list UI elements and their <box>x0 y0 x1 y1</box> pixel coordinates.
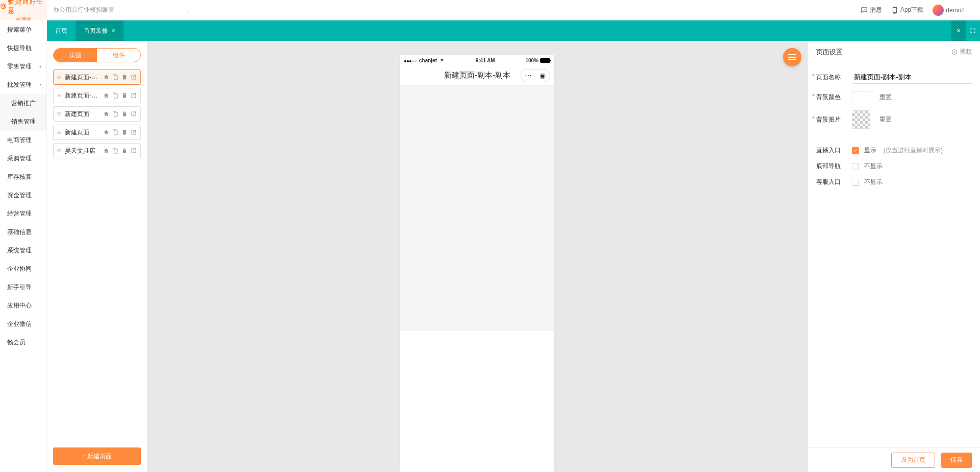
phone-status-bar: chanjet 9:41 AM 100% <box>400 55 554 65</box>
live-entry-checkbox[interactable]: ✓ <box>852 147 859 154</box>
bg-image-picker[interactable] <box>852 110 870 129</box>
settings-panel: 页面设置 视频 页面名称 背景颜色 重置 <box>807 41 980 472</box>
sidebar-item[interactable]: 采购管理 <box>0 149 46 168</box>
bg-color-picker[interactable] <box>852 91 870 103</box>
page-open-icon[interactable] <box>130 74 137 81</box>
tab[interactable]: 首页 <box>47 20 76 41</box>
drag-handle-icon[interactable] <box>57 75 62 80</box>
fullscreen-button[interactable] <box>966 20 980 41</box>
sidebar-subitem[interactable]: 销售管理 <box>0 112 46 131</box>
phone-body[interactable] <box>400 86 554 331</box>
page-open-icon[interactable] <box>130 147 137 154</box>
page-home-icon[interactable] <box>103 92 110 99</box>
page-item-name: 新建页面 <box>65 128 100 137</box>
phone-icon <box>891 7 898 14</box>
canvas: chanjet 9:41 AM 100% 新建页面-副本-副本 <box>147 41 807 472</box>
sidebar-item[interactable]: 库存核算 <box>0 168 46 186</box>
page-copy-icon[interactable] <box>112 110 119 117</box>
page-delete-icon[interactable] <box>121 110 128 117</box>
chevron-icon: ▴ <box>39 83 41 87</box>
sidebar-item[interactable]: 经营管理 <box>0 204 46 223</box>
message-icon <box>861 7 868 14</box>
sidebar-item[interactable]: 快捷导航 <box>0 39 46 57</box>
set-home-button[interactable]: 设为首页 <box>891 453 935 468</box>
sidebar-item[interactable]: 新手引导 <box>0 278 46 296</box>
page-item[interactable]: 昊天文具店 <box>53 143 141 158</box>
play-icon <box>951 49 958 55</box>
new-page-button[interactable]: + 新建页面 <box>53 447 141 465</box>
page-copy-icon[interactable] <box>112 147 119 154</box>
sidebar-item[interactable]: 系统管理 <box>0 241 46 259</box>
chevron-down-icon: ⌄ <box>186 7 190 13</box>
page-home-icon[interactable] <box>103 129 110 136</box>
message-button[interactable]: 消息 <box>861 6 882 14</box>
page-copy-icon[interactable] <box>112 129 119 136</box>
page-delete-icon[interactable] <box>121 129 128 136</box>
seg-tab-component[interactable]: 组件 <box>97 49 140 62</box>
page-open-icon[interactable] <box>130 110 137 117</box>
phone-preview: chanjet 9:41 AM 100% 新建页面-副本-副本 <box>400 55 554 472</box>
sidebar-item[interactable]: 电商管理 <box>0 131 46 149</box>
drag-handle-icon[interactable] <box>57 130 62 135</box>
page-item[interactable]: 新建页面-副本-... <box>53 69 141 85</box>
sidebar-item[interactable]: 零售管理▾ <box>0 57 46 76</box>
sidebar-item[interactable]: 应用中心 <box>0 296 46 315</box>
miniprogram-capsule[interactable]: ⋯ ◉ <box>521 69 550 82</box>
page-open-icon[interactable] <box>130 129 137 136</box>
tab-close-button[interactable] <box>951 20 966 41</box>
bg-image-reset[interactable]: 重置 <box>879 115 892 124</box>
page-copy-icon[interactable] <box>112 92 119 99</box>
page-item[interactable]: 新建页面 <box>53 106 141 122</box>
top-header: 畅捷通好生意 标准版 办公用品行业模拟账套 ⌄ 消息 App下载 demo2 <box>0 0 980 20</box>
settings-title: 页面设置 <box>816 48 843 57</box>
bg-image-label: 背景图片 <box>816 115 847 124</box>
page-item-name: 新建页面-副本-... <box>65 73 100 82</box>
float-menu-button[interactable] <box>783 48 801 66</box>
video-link[interactable]: 视频 <box>951 48 972 56</box>
page-item[interactable]: 新建页面 <box>53 125 141 140</box>
page-open-icon[interactable] <box>130 92 137 99</box>
seg-tab-page[interactable]: 页面 <box>54 49 97 62</box>
logo-text: 畅捷通好生意 <box>8 0 47 15</box>
sidebar-item[interactable]: 畅会员 <box>0 333 46 351</box>
sidebar-item[interactable]: 批发管理▴ <box>0 76 46 94</box>
tab[interactable]: 首页装修× <box>76 20 124 41</box>
page-home-icon[interactable] <box>103 147 110 154</box>
page-home-icon[interactable] <box>103 74 110 81</box>
save-button[interactable]: 保存 <box>941 453 972 468</box>
page-copy-icon[interactable] <box>112 74 119 81</box>
sidebar-subitem[interactable]: 营销推广 <box>0 94 46 112</box>
sidebar-item[interactable]: 企业协同 <box>0 259 46 278</box>
drag-handle-icon[interactable] <box>57 93 62 98</box>
sidebar-item[interactable]: 企业微信 <box>0 315 46 333</box>
bottom-nav-checkbox[interactable] <box>852 163 859 170</box>
logo-icon <box>0 3 7 10</box>
logo[interactable]: 畅捷通好生意 标准版 <box>0 0 47 20</box>
user-menu[interactable]: demo2 <box>933 5 965 16</box>
avatar <box>933 5 944 16</box>
account-name: 办公用品行业模拟账套 <box>53 6 114 14</box>
tab-bar: 首页首页装修× <box>47 20 980 41</box>
sidebar-item[interactable]: 资金管理 <box>0 186 46 204</box>
page-delete-icon[interactable] <box>121 147 128 154</box>
svg-point-1 <box>864 9 864 10</box>
bg-color-reset[interactable]: 重置 <box>879 93 892 102</box>
page-home-icon[interactable] <box>103 110 110 117</box>
page-delete-icon[interactable] <box>121 92 128 99</box>
drag-handle-icon[interactable] <box>57 111 62 116</box>
page-name-input[interactable] <box>852 70 972 84</box>
page-delete-icon[interactable] <box>121 74 128 81</box>
drag-handle-icon[interactable] <box>57 148 62 153</box>
bottom-nav-label: 底部导航 <box>816 162 847 171</box>
phone-title: 新建页面-副本-副本 <box>444 70 510 80</box>
sidebar-item[interactable]: 基础信息 <box>0 223 46 241</box>
account-dropdown[interactable]: 办公用品行业模拟账套 ⌄ <box>53 6 190 14</box>
page-item-name: 昊天文具店 <box>65 147 100 155</box>
capsule-menu-icon: ⋯ <box>521 69 535 82</box>
page-item[interactable]: 新建页面-副本 <box>53 88 141 103</box>
app-download-button[interactable]: App下载 <box>891 6 923 14</box>
tab-close-icon[interactable]: × <box>111 27 115 35</box>
close-icon <box>955 28 962 34</box>
sidebar-item[interactable]: 搜索菜单 <box>0 20 46 39</box>
service-checkbox[interactable] <box>852 179 859 186</box>
